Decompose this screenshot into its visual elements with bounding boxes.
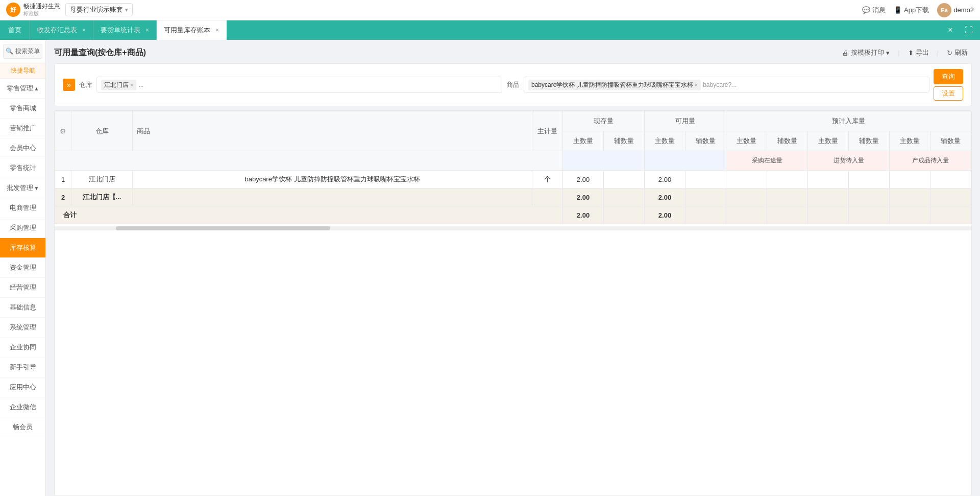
settings-button[interactable]: 设置 [934, 86, 963, 101]
th-available: 可用量 [645, 111, 726, 131]
tab-home[interactable]: 首页 [0, 20, 30, 40]
sidebar-item-member-center-label: 会员中心 [10, 144, 36, 153]
th-sub-production-arriving: 产成品待入量 [890, 151, 971, 171]
refresh-button[interactable]: ↻ 刷新 [943, 46, 972, 59]
main-layout: 🔍 搜索菜单 快捷导航 零售管理 ▲ 零售商城 营销推广 会员中心 零售统计 批… [0, 40, 980, 496]
footer-available-aux [685, 206, 726, 224]
sidebar-item-ecommerce-mgmt[interactable]: 电商管理 [0, 198, 45, 218]
tab-available-stock-close-icon[interactable]: × [215, 27, 219, 34]
search-menu-label: 搜索菜单 [15, 48, 40, 55]
app-download-button[interactable]: 📱 App下载 [894, 6, 929, 15]
sidebar-item-marketing[interactable]: 营销推广 [0, 119, 45, 138]
th-purchase-arriving-aux: 辅数量 [849, 131, 890, 151]
th-current-aux-qty: 辅数量 [604, 131, 645, 151]
row2-purchase-arriving-aux [849, 188, 890, 206]
tab-expand-button[interactable]: ⛶ [962, 23, 976, 37]
export-label: 导出 [916, 48, 929, 57]
row1-available-main: 2.00 [645, 171, 685, 188]
enterprise-selector[interactable]: 母婴行业演示账套 ▾ [65, 3, 133, 16]
tab-receivable-summary[interactable]: 收发存汇总表 × [30, 20, 93, 40]
product-filter-tags[interactable]: babycare学饮杯 儿童防摔防撞吸管杯重力球吸嘴杯宝宝水杯 × babyca… [524, 77, 929, 93]
search-menu-button[interactable]: 🔍 搜索菜单 [3, 44, 42, 59]
footer-purchase-transit-main [726, 206, 767, 224]
sidebar-item-inventory-check[interactable]: 库存核算 [0, 238, 45, 258]
sidebar-item-retail-stats[interactable]: 零售统计 [0, 158, 45, 178]
th-current-main-qty: 主数量 [563, 131, 604, 151]
sidebar-item-inventory-check-label: 库存核算 [10, 243, 36, 252]
print-arrow-icon: ▾ [886, 49, 890, 57]
row1-purchase-transit-main [726, 171, 767, 188]
product-filter-label: 商品 [506, 80, 520, 89]
tab-receivable-close-icon[interactable]: × [82, 27, 86, 34]
sidebar-item-marketing-label: 营销推广 [10, 124, 36, 133]
tab-available-stock[interactable]: 可用量库存账本 × [157, 20, 227, 40]
logo-area: 好 畅捷通好生意 标准版 [6, 3, 60, 17]
top-bar: 好 畅捷通好生意 标准版 母婴行业演示账套 ▾ 💬 消息 📱 App下载 Ea … [0, 0, 980, 20]
tab-receivable-label: 收发存汇总表 [37, 26, 77, 35]
warehouse-tag-jiangbei: 江北门店 × [101, 80, 136, 90]
sidebar-item-ops-mgmt[interactable]: 经营管理 [0, 278, 45, 298]
tab-close-all-button[interactable]: × [943, 23, 958, 37]
footer-total-row: 合计 2.00 2.00 [55, 206, 971, 224]
sidebar-item-retail-mall[interactable]: 零售商城 [0, 99, 45, 119]
th-main-unit: 主计量 [532, 111, 563, 151]
row1-production-arriving-aux [930, 171, 971, 188]
footer-production-arriving-aux [930, 206, 971, 224]
row1-purchase-transit-aux [767, 171, 808, 188]
sidebar-item-ops-mgmt-label: 经营管理 [10, 283, 36, 292]
row2-warehouse: 江北门店【... [71, 188, 133, 206]
sidebar-item-enterprise-wechat[interactable]: 企业微信 [0, 397, 45, 417]
sidebar-item-finance-mgmt[interactable]: 资金管理 [0, 258, 45, 278]
sidebar-item-retail-mgmt[interactable]: 零售管理 ▲ [0, 79, 45, 99]
row1-production-arriving-main [890, 171, 930, 188]
row1-current-main: 2.00 [563, 171, 604, 188]
product-tag-babycare: babycare学饮杯 儿童防摔防撞吸管杯重力球吸嘴杯宝宝水杯 × [528, 80, 701, 90]
sidebar-item-app-center[interactable]: 应用中心 [0, 377, 45, 397]
sidebar-item-retail-mgmt-label: 零售管理 [7, 84, 33, 93]
row2-purchase-transit-aux [767, 188, 808, 206]
sidebar-item-new-guide[interactable]: 新手引导 [0, 358, 45, 377]
sidebar-item-system-mgmt[interactable]: 系统管理 [0, 318, 45, 338]
refresh-label: 刷新 [954, 48, 968, 57]
sidebar-item-member-center[interactable]: 会员中心 [0, 138, 45, 158]
sidebar-item-enterprise-coop[interactable]: 企业协同 [0, 338, 45, 358]
enterprise-arrow-icon: ▾ [125, 7, 128, 13]
th-purchase-transit-aux: 辅数量 [767, 131, 808, 151]
sidebar-item-system-mgmt-label: 系统管理 [10, 323, 36, 332]
quick-nav-button[interactable]: 快捷导航 [0, 63, 45, 79]
message-button[interactable]: 💬 消息 [862, 6, 886, 15]
header-actions: 🖨 按模板打印 ▾ | ⬆ 导出 | ↻ 刷新 [838, 46, 972, 59]
tab-bar: 首页 收发存汇总表 × 要货单统计表 × 可用量库存账本 × × ⛶ [0, 20, 980, 40]
tab-order-stats[interactable]: 要货单统计表 × [93, 20, 157, 40]
user-area[interactable]: Ea demo2 [937, 3, 974, 17]
warehouse-tag-jiangbei-name: 江北门店 [104, 81, 129, 89]
warehouse-tag-jiangbei-close-icon[interactable]: × [130, 82, 133, 88]
product-tag-babycare-close-icon[interactable]: × [695, 82, 698, 88]
avatar-initials: Ea [941, 7, 948, 13]
scrollbar-thumb [116, 226, 330, 230]
warehouse-filter-tags[interactable]: 江北门店 × ... [96, 77, 502, 93]
tab-order-stats-close-icon[interactable]: × [145, 27, 149, 34]
row1-current-aux [604, 171, 645, 188]
enterprise-name: 母婴行业演示账套 [70, 5, 123, 14]
user-avatar: Ea [937, 3, 951, 17]
sidebar-item-basic-info[interactable]: 基础信息 [0, 298, 45, 318]
sidebar-item-app-center-label: 应用中心 [10, 383, 36, 392]
th-sub-available [645, 151, 726, 171]
export-icon: ⬆ [908, 49, 914, 57]
column-settings-icon[interactable]: ⚙ [60, 127, 66, 135]
print-icon: 🖨 [842, 49, 849, 57]
export-button[interactable]: ⬆ 导出 [904, 46, 933, 59]
row1-warehouse: 江北门店 [71, 171, 133, 188]
content-area: 可用量查询(按仓库+商品) 🖨 按模板打印 ▾ | ⬆ 导出 | ↻ 刷新 [46, 40, 980, 496]
row1-unit: 个 [532, 171, 563, 188]
horizontal-scrollbar[interactable] [55, 226, 971, 230]
query-button[interactable]: 查询 [934, 69, 963, 84]
sidebar-item-wholesale-mgmt[interactable]: 批发管理 ▼ [0, 178, 45, 198]
data-table: ⚙ 仓库 商品 主计量 现存量 [55, 111, 971, 224]
sidebar-item-vip-member[interactable]: 畅会员 [0, 417, 45, 437]
print-by-template-button[interactable]: 🖨 按模板打印 ▾ [838, 46, 894, 59]
sidebar-item-purchase-mgmt[interactable]: 采购管理 [0, 218, 45, 238]
th-purchase-arriving-main: 主数量 [808, 131, 849, 151]
filter-expand-button[interactable]: » [63, 79, 75, 91]
